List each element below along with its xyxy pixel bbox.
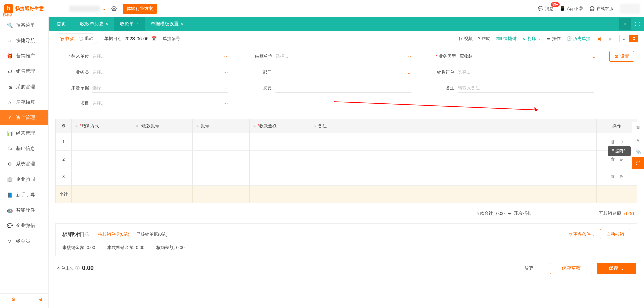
sales-order-input[interactable]: 选择... xyxy=(458,68,594,77)
tab-template-settings[interactable]: 单据模板设置× xyxy=(145,17,189,31)
summary-input[interactable] xyxy=(275,83,411,93)
gear-icon: ⚙ xyxy=(62,123,66,129)
placeholder-text: 请输入备注 xyxy=(458,85,480,91)
dock-draft-button[interactable]: 草 xyxy=(632,122,644,134)
sidebar-item-inventory[interactable]: ⌂库存核算 xyxy=(0,95,48,110)
delete-row-icon[interactable]: 🗑 xyxy=(611,174,615,179)
phone-icon: 📱 xyxy=(560,6,565,11)
chevron-down-icon: ⌄ xyxy=(407,70,411,75)
discount-input[interactable] xyxy=(536,209,590,217)
cell-amt[interactable] xyxy=(250,133,310,150)
col-note[interactable]: ⇅备注 xyxy=(310,119,597,133)
settings-icon[interactable] xyxy=(109,4,119,13)
sidebar-item-funds[interactable]: ￥资金管理 xyxy=(0,110,48,125)
biz-type-select[interactable]: 应收款⌄ xyxy=(460,52,596,61)
remark-input[interactable]: 请输入备注 xyxy=(458,83,594,93)
radio-receive[interactable]: 收款 xyxy=(60,36,74,42)
sort-icon: ⇅ xyxy=(313,125,316,127)
help-link[interactable]: ?帮助 xyxy=(478,36,490,42)
sidebar-item-purchase[interactable]: 🛍采购管理 xyxy=(0,79,48,95)
discount-label: 现金折扣: xyxy=(514,210,533,216)
history-link[interactable]: 🕑历史单据 xyxy=(566,36,590,42)
fullscreen-icon[interactable]: ⛶ xyxy=(633,20,641,28)
tab-home[interactable]: 首页 xyxy=(49,17,74,31)
view-card-button[interactable]: ≣ xyxy=(629,35,638,42)
writeoff-tab-done[interactable]: 已核销单据(0笔) xyxy=(136,231,168,237)
save-draft-button[interactable]: 保存草稿 xyxy=(550,263,592,274)
prev-doc-button[interactable]: ◀ xyxy=(596,36,602,41)
video-link[interactable]: ▷视频 xyxy=(459,36,473,42)
sidebar-item-quicknav[interactable]: ⌂快捷导航 xyxy=(0,33,48,48)
tab-receipt[interactable]: 收款单× xyxy=(114,17,145,31)
sidebar-item-basic[interactable]: 🗂基础信息 xyxy=(0,141,48,156)
close-icon[interactable]: × xyxy=(136,22,139,27)
close-all-tabs-button[interactable]: × xyxy=(619,18,631,30)
partner-input[interactable]: 选择...⋯ xyxy=(92,52,229,61)
radio-refund[interactable]: 退款 xyxy=(79,36,93,42)
discard-button[interactable]: 放弃 xyxy=(513,263,545,274)
help-icon[interactable]: ⓘ xyxy=(85,232,89,237)
close-icon[interactable]: × xyxy=(181,22,183,27)
sidebar-item-marketing[interactable]: 🎁营销推广 xyxy=(0,48,48,64)
col-settle-method[interactable]: ⇅*结算方式 xyxy=(72,119,132,133)
sidebar-item-search[interactable]: 🔍搜索菜单 xyxy=(0,17,48,33)
cell-acctno[interactable] xyxy=(193,133,250,150)
help-icon[interactable]: ⓘ xyxy=(75,265,80,271)
print-link[interactable]: 🖨打印 ⌄ xyxy=(522,36,541,42)
col-receive-account[interactable]: ⇅*收款账号 xyxy=(132,119,193,133)
col-receive-amount[interactable]: ⇅*收款金额 xyxy=(250,119,310,133)
delete-row-icon[interactable]: 🗑 xyxy=(611,157,615,162)
dept-select[interactable]: ⌄ xyxy=(275,68,411,77)
cell-note[interactable] xyxy=(310,133,597,150)
sidebar-item-management[interactable]: 📊经营管理 xyxy=(0,125,48,141)
col-account-no[interactable]: ⇅账号 xyxy=(193,119,250,133)
source-select[interactable]: 选择...⌄ xyxy=(92,83,228,93)
operate-link[interactable]: ☰操作 xyxy=(547,36,561,42)
form-settings-button[interactable]: ⚙设置 xyxy=(609,51,634,62)
add-row-icon[interactable]: ⊕ xyxy=(619,174,623,179)
close-icon[interactable]: × xyxy=(106,22,108,27)
next-doc-button[interactable]: ▶ xyxy=(607,36,614,41)
table-row[interactable]: 3 🗑⊕ xyxy=(56,168,637,186)
messages-link[interactable]: 💬 消息 99+ xyxy=(538,6,554,12)
table-row[interactable]: 2 🗑⊕ xyxy=(56,151,637,168)
dock-attachment-button[interactable]: 📎 xyxy=(632,146,644,158)
add-row-icon[interactable]: ⊕ xyxy=(619,139,623,144)
sidebar-item-label: 资金管理 xyxy=(16,115,35,121)
table-settings-col[interactable]: ⚙ xyxy=(56,119,72,133)
dock-print-button[interactable]: 🖨 xyxy=(632,134,644,146)
sidebar-item-system[interactable]: ⚙系统管理 xyxy=(0,156,48,172)
auto-writeoff-button[interactable]: 自动核销 xyxy=(600,229,630,239)
add-row-icon[interactable]: ⊕ xyxy=(619,157,623,162)
writeoff-tab-pending[interactable]: 待核销单据(0笔) xyxy=(98,231,129,237)
project-input[interactable]: 选择...⋯ xyxy=(92,99,228,108)
messages-badge: 99+ xyxy=(551,2,560,7)
sidebar-item-sales[interactable]: 🏷销售管理 xyxy=(0,64,48,79)
user-avatar-blurred[interactable] xyxy=(620,4,640,14)
cell-settle[interactable] xyxy=(72,133,132,150)
table-row[interactable]: 1 🗑⊕ xyxy=(56,133,637,151)
source-label: 来源单据 xyxy=(59,85,89,91)
delete-row-icon[interactable]: 🗑 xyxy=(611,139,615,144)
save-button[interactable]: 保存⌄ xyxy=(597,263,636,274)
sidebar-settings-button[interactable]: ⚙ xyxy=(0,294,27,305)
org-selector[interactable]: ⌄ xyxy=(69,6,106,12)
sidebar-item-collab[interactable]: 🏢企业协同 xyxy=(0,172,48,187)
doc-date-field[interactable]: 单据日期 2023-06-06 📅 xyxy=(104,36,157,42)
sidebar-item-wechat[interactable]: 💬企业微信 xyxy=(0,218,48,234)
salesman-input[interactable]: 选择...⋯ xyxy=(92,68,228,77)
link-label: 帮助 xyxy=(482,36,490,42)
tab-receipt-history[interactable]: 收款单历史× xyxy=(74,17,114,31)
sidebar-item-hardware[interactable]: 🤖智能硬件 xyxy=(0,203,48,218)
view-list-button[interactable]: ≡ xyxy=(619,35,628,42)
shortcut-link[interactable]: ⌨快捷键 xyxy=(496,36,517,42)
dock-expand-button[interactable]: ⛶ xyxy=(632,157,644,169)
cell-acct[interactable] xyxy=(132,133,193,150)
trial-industry-button[interactable]: 体验行业方案 xyxy=(123,4,157,14)
support-link[interactable]: 🎧 在线客服 xyxy=(589,6,614,12)
more-conditions-link[interactable]: ▽更多条件⌄ xyxy=(569,231,595,237)
sidebar-item-guide[interactable]: 📘新手引导 xyxy=(0,187,48,203)
app-download-link[interactable]: 📱 App下载 xyxy=(560,6,583,12)
settle-unit-input[interactable]: 选择...⋯ xyxy=(276,52,412,61)
sidebar-item-vip[interactable]: V畅会员 xyxy=(0,234,48,249)
